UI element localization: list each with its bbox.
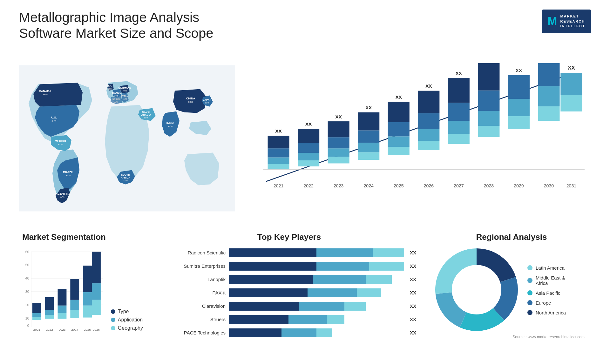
svg-text:ARABIA: ARABIA xyxy=(141,113,151,116)
svg-text:xx%: xx% xyxy=(205,102,209,104)
svg-rect-43 xyxy=(298,143,319,153)
svg-text:xx%: xx% xyxy=(107,88,112,90)
svg-text:XX: XX xyxy=(456,70,462,76)
svg-text:ARGENTINA: ARGENTINA xyxy=(53,192,71,195)
svg-text:50: 50 xyxy=(25,263,29,267)
svg-text:MEXICO: MEXICO xyxy=(55,139,66,143)
svg-text:XX: XX xyxy=(305,121,312,127)
regional-legend: Latin America Middle East &Africa Asia P… xyxy=(527,265,566,315)
bar-chart: XX 2021 XX 2022 XX 2023 xyxy=(248,57,591,219)
svg-rect-35 xyxy=(268,164,289,169)
svg-text:U.S.: U.S. xyxy=(51,116,57,119)
svg-text:xx%: xx% xyxy=(66,174,71,177)
segmentation-chart: 60 50 40 30 20 10 0 xyxy=(22,248,105,331)
donut-area: Latin America Middle East &Africa Asia P… xyxy=(435,248,588,332)
regional-legend-latin: Latin America xyxy=(527,265,566,271)
svg-rect-67 xyxy=(418,113,439,129)
regional-label-apac: Asia Pacific xyxy=(536,290,560,296)
player-name-pace: PACE Technologies xyxy=(162,330,226,335)
regional-section: Regional Analysis xyxy=(432,229,591,354)
svg-text:2021: 2021 xyxy=(274,183,284,188)
svg-rect-120 xyxy=(58,313,66,319)
svg-rect-73 xyxy=(448,103,470,121)
svg-rect-122 xyxy=(58,289,66,306)
legend-type: Type xyxy=(111,309,143,314)
svg-text:xx%: xx% xyxy=(188,100,193,103)
svg-rect-112 xyxy=(32,317,41,320)
svg-rect-54 xyxy=(358,143,379,152)
top-section: CANADA xx% U.S. xx% MEXICO xx% BRAZIL xx… xyxy=(19,57,591,210)
source-text: Source : www.marketresearchintellect.com xyxy=(435,335,588,339)
svg-rect-53 xyxy=(358,152,379,160)
logo-area: M MARKET RESEARCH INTELLECT xyxy=(542,10,591,33)
logo-line-3: INTELLECT xyxy=(560,24,586,29)
player-bar-pace xyxy=(229,328,404,337)
svg-text:xx%: xx% xyxy=(51,119,56,122)
svg-rect-132 xyxy=(92,300,101,315)
player-name-lanoptik: Lanoptik xyxy=(162,277,226,282)
svg-rect-61 xyxy=(388,122,410,136)
player-row: Struers XX xyxy=(162,315,416,324)
svg-text:GERMANY: GERMANY xyxy=(119,86,132,89)
svg-text:JAPAN: JAPAN xyxy=(203,98,212,101)
player-bar-lanoptik xyxy=(229,275,404,284)
svg-text:SPAIN: SPAIN xyxy=(112,98,120,101)
logo-text: MARKET RESEARCH INTELLECT xyxy=(560,14,586,29)
svg-text:30: 30 xyxy=(25,290,29,293)
svg-text:xx%: xx% xyxy=(123,98,127,100)
svg-rect-130 xyxy=(83,266,92,292)
svg-text:XX: XX xyxy=(516,68,522,73)
regional-legend-mea: Middle East &Africa xyxy=(527,275,566,286)
svg-text:2022: 2022 xyxy=(46,328,53,331)
svg-text:CANADA: CANADA xyxy=(39,90,51,93)
svg-rect-113 xyxy=(32,313,41,317)
legend-application: Application xyxy=(111,317,143,323)
svg-text:20: 20 xyxy=(25,303,29,307)
svg-text:AFRICA: AFRICA xyxy=(121,176,130,179)
regional-legend-europe: Europe xyxy=(527,300,566,306)
svg-text:xx%: xx% xyxy=(123,179,127,182)
player-xx-claravision: XX xyxy=(410,303,416,309)
player-row: Sumitra Enterprises XX xyxy=(162,262,416,271)
svg-text:2024: 2024 xyxy=(363,183,374,188)
svg-rect-77 xyxy=(478,126,499,137)
svg-rect-71 xyxy=(448,134,470,144)
svg-rect-94 xyxy=(560,73,582,95)
svg-text:2025: 2025 xyxy=(394,183,404,188)
svg-text:ITALY: ITALY xyxy=(121,95,128,98)
regional-dot-na xyxy=(527,310,532,315)
svg-rect-48 xyxy=(328,148,349,157)
svg-text:xx%: xx% xyxy=(43,93,47,96)
svg-rect-42 xyxy=(298,153,319,160)
segmentation-title: Market Segmentation xyxy=(22,232,143,242)
svg-rect-65 xyxy=(418,141,439,150)
player-row: Claravision XX xyxy=(162,302,416,311)
svg-text:SAUDI: SAUDI xyxy=(142,111,150,113)
players-title: Top Key Players xyxy=(162,232,416,242)
legend-geography-dot xyxy=(111,326,115,330)
player-xx-pace: XX xyxy=(410,330,416,335)
bottom-section: Market Segmentation 60 50 40 30 20 10 0 xyxy=(19,229,591,354)
svg-text:INDIA: INDIA xyxy=(166,121,174,125)
svg-text:XX: XX xyxy=(396,94,402,100)
player-bar-sumitra xyxy=(229,262,404,271)
svg-text:2024: 2024 xyxy=(71,328,78,331)
logo-box: M MARKET RESEARCH INTELLECT xyxy=(542,10,591,33)
svg-text:xx%: xx% xyxy=(123,90,127,92)
svg-rect-49 xyxy=(328,137,349,148)
player-xx-lanoptik: XX xyxy=(410,277,416,282)
svg-text:XX: XX xyxy=(568,65,575,71)
svg-text:2028: 2028 xyxy=(484,183,494,188)
svg-rect-68 xyxy=(418,91,439,113)
svg-rect-85 xyxy=(508,75,530,99)
legend-geography: Geography xyxy=(111,325,143,331)
svg-rect-80 xyxy=(478,63,499,91)
svg-text:BRAZIL: BRAZIL xyxy=(63,171,74,174)
svg-rect-55 xyxy=(358,130,379,143)
players-chart: Radicon Scientific XX Sumitra Enterprise… xyxy=(162,248,416,337)
svg-rect-126 xyxy=(70,279,79,300)
player-row: Radicon Scientific XX xyxy=(162,248,416,257)
svg-text:2029: 2029 xyxy=(514,183,524,188)
svg-rect-124 xyxy=(70,310,79,318)
svg-text:2022: 2022 xyxy=(303,183,314,188)
